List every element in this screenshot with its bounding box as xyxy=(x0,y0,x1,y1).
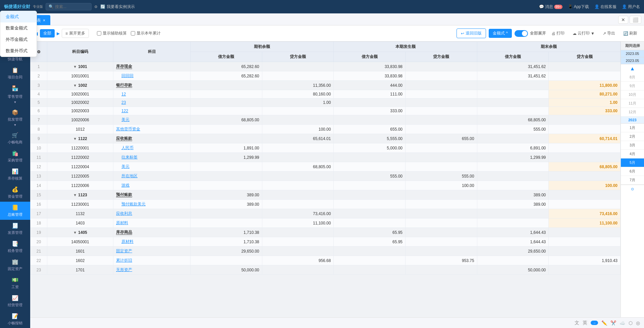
auxiliary-checkbox-wrap[interactable]: 显示辅助核算 xyxy=(97,30,127,36)
download-btn[interactable]: 📱 App下载 xyxy=(568,4,589,10)
sidebar-item-assets[interactable]: 🏢 固定资产 xyxy=(0,256,30,274)
period-month-6[interactable]: 6月 xyxy=(621,167,644,176)
row-code-cell[interactable]: 11220002 xyxy=(47,153,113,162)
row-subject-cell[interactable]: 往来标签 xyxy=(113,153,191,162)
row-code-cell[interactable]: 11220005 xyxy=(47,172,113,181)
row-code-cell[interactable]: 1601 xyxy=(47,247,113,256)
top-search[interactable]: 🔍 xyxy=(46,3,92,10)
expand-all-toggle[interactable] xyxy=(515,30,528,37)
row-subject-cell[interactable]: 人民币 xyxy=(113,143,191,153)
period-month-5[interactable]: 5月 xyxy=(621,158,644,167)
row-code-cell[interactable]: 1602 xyxy=(47,256,113,265)
period-month-8[interactable]: 8月 xyxy=(621,73,644,82)
period-month-9[interactable]: 9月 xyxy=(621,82,644,90)
settings-icon[interactable]: ⚙ xyxy=(94,5,98,9)
row-code-cell[interactable]: 1012 xyxy=(47,125,113,134)
row-subject-cell[interactable]: 银行存款 xyxy=(113,81,191,90)
sidebar-item-invoice[interactable]: 🧾 发票管理 xyxy=(0,220,30,238)
service-btn[interactable]: 👤 在线客服 xyxy=(594,4,616,10)
auxiliary-checkbox[interactable] xyxy=(97,31,101,36)
row-code-cell[interactable]: 1701 xyxy=(47,265,113,275)
row-subject-cell[interactable]: 游戏 xyxy=(113,181,191,190)
period-month-4[interactable]: 4月 xyxy=(621,150,644,158)
format-option-qty-foreign[interactable]: 数量外币式 xyxy=(30,45,37,57)
period-month-3[interactable]: 3月 xyxy=(621,141,644,150)
row-subject-cell[interactable]: 库存现金 xyxy=(113,62,191,71)
sidebar-item-stock[interactable]: 📊 库存核算 xyxy=(0,166,30,184)
row-subject-cell[interactable]: 122 xyxy=(113,107,191,115)
row-code-cell[interactable]: ▼1122 xyxy=(47,134,113,143)
period-month-2[interactable]: 2月 xyxy=(621,132,644,141)
ytd-checkbox[interactable] xyxy=(131,31,135,36)
row-subject-cell[interactable]: 美元 xyxy=(113,115,191,125)
circle-icon[interactable]: ◎ xyxy=(636,320,640,326)
sidebar-item-retail[interactable]: 🏪 零售管理 ▼ xyxy=(0,82,30,107)
row-subject-cell[interactable]: 预付账款 xyxy=(113,190,191,200)
sidebar-item-report[interactable]: 📝 小畅报销 xyxy=(0,310,30,328)
scissor-icon[interactable]: ✂️ xyxy=(610,320,616,326)
close-window-btn[interactable]: ✕ xyxy=(618,16,628,24)
period-month-12[interactable]: 12月 xyxy=(621,108,644,117)
row-subject-cell[interactable]: 原材料 xyxy=(113,218,191,228)
text-en-icon[interactable]: 英 xyxy=(583,320,587,326)
sidebar-item-bizmanage[interactable]: 📈 经营管理 xyxy=(0,292,30,310)
row-subject-cell[interactable]: 美元 xyxy=(113,162,191,172)
row-code-cell[interactable]: 14050001 xyxy=(47,237,113,247)
sidebar-item-wholesale[interactable]: 📦 批发管理 ▼ xyxy=(0,107,30,129)
sidebar-item-purchase[interactable]: 🛍️ 采购管理 xyxy=(0,147,30,166)
edit-icon[interactable]: ✏️ xyxy=(601,320,607,326)
row-subject-cell[interactable]: 应收账款 xyxy=(113,134,191,143)
period-month-11[interactable]: 11月 xyxy=(621,99,644,108)
sidebar-item-capital[interactable]: 💰 资金管理 xyxy=(0,184,30,202)
format-btn[interactable]: 金额式 ^ xyxy=(489,29,512,38)
msg-btn[interactable]: 💬 消息 99+ xyxy=(539,4,562,10)
format-option-qty-amount[interactable]: 数量金额式 xyxy=(30,25,37,34)
row-code-cell[interactable]: ▼1002 xyxy=(47,81,113,90)
period-month-1[interactable]: 1月 xyxy=(621,124,644,132)
back-old-btn[interactable]: ↩ 退回旧版 xyxy=(457,28,486,38)
row-subject-cell[interactable]: 固定资产 xyxy=(113,247,191,256)
row-code-cell[interactable]: ▼1405 xyxy=(47,228,113,237)
row-code-cell[interactable]: 10020003 xyxy=(47,107,113,115)
cloud-icon[interactable]: ☁️ xyxy=(620,320,625,326)
row-subject-cell[interactable]: 累计折旧 xyxy=(113,256,191,265)
top-search-input[interactable] xyxy=(55,4,89,9)
row-code-cell[interactable]: 11220004 xyxy=(47,162,113,172)
row-subject-cell[interactable]: 预付账款美元 xyxy=(113,200,191,209)
sidebar-item-tax[interactable]: 📑 税务管理 xyxy=(0,238,30,256)
row-subject-cell[interactable]: 其他货币资金 xyxy=(113,125,191,134)
print-btn[interactable]: 🖨 打印 xyxy=(549,29,567,38)
ytd-checkbox-wrap[interactable]: 显示本年累计 xyxy=(131,30,161,36)
row-code-cell[interactable]: 1132 xyxy=(47,209,113,218)
row-code-cell[interactable]: 10020002 xyxy=(47,99,113,107)
demo-link[interactable]: 🔄 我要看实例演示 xyxy=(100,4,135,10)
row-subject-cell[interactable]: 回回回 xyxy=(113,71,191,81)
all-nav-btn[interactable]: 全部 xyxy=(40,29,55,38)
period-collapse-btn[interactable]: ⊙ xyxy=(621,185,644,193)
format-option-foreign-amount[interactable]: 外币金额式 xyxy=(30,34,37,45)
row-code-cell[interactable]: 10020001 xyxy=(47,90,113,99)
hex-icon[interactable]: ⬡ xyxy=(629,320,633,326)
row-code-cell[interactable]: ▼1123 xyxy=(47,190,113,200)
row-code-cell[interactable]: ▼1001 xyxy=(47,62,113,71)
row-subject-cell[interactable]: 原材料 xyxy=(113,237,191,247)
sidebar-item-project[interactable]: 📋 项目合同 xyxy=(0,64,30,82)
row-subject-cell[interactable]: 应收利息 xyxy=(113,209,191,218)
row-code-cell[interactable]: 10010001 xyxy=(47,71,113,81)
row-code-cell[interactable]: 10020006 xyxy=(47,115,113,125)
row-code-cell[interactable]: 11220001 xyxy=(47,143,113,153)
period-up-btn[interactable]: ▲ xyxy=(621,64,644,73)
sidebar-item-ledger[interactable]: 📒 总账管理 xyxy=(0,202,30,220)
period-month-10[interactable]: 10月 xyxy=(621,90,644,99)
expand-more-btn[interactable]: ≡ 展开更多 xyxy=(62,29,89,38)
row-subject-cell[interactable]: 库存商品 xyxy=(113,228,191,237)
text-cn-icon[interactable]: 文 xyxy=(575,320,579,326)
row-subject-cell[interactable]: 12 xyxy=(113,90,191,99)
row-code-cell[interactable]: 11230001 xyxy=(47,200,113,209)
row-subject-cell[interactable]: 无形资产 xyxy=(113,265,191,275)
row-code-cell[interactable]: 1403 xyxy=(47,218,113,228)
row-subject-cell[interactable]: 所在地区 xyxy=(113,172,191,181)
sidebar-item-ecommerce[interactable]: 🛒 小畅电商 xyxy=(0,129,30,147)
row-code-cell[interactable]: 11220006 xyxy=(47,181,113,190)
cloud-print-btn[interactable]: ☁ 云打印 ▼ xyxy=(570,29,597,38)
